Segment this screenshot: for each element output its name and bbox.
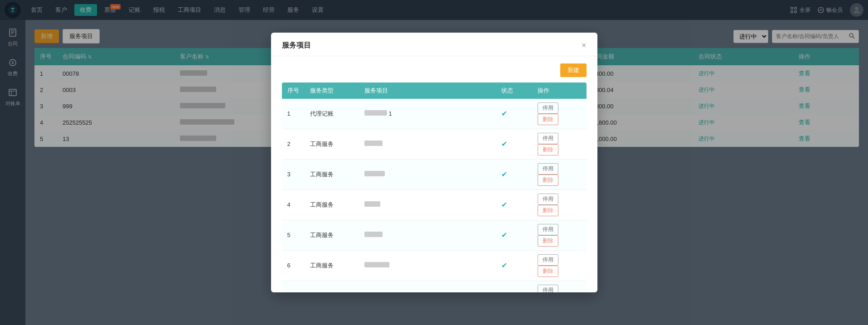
modal-cell-seq: 3 (282, 159, 305, 189)
modal-cell-item (359, 129, 496, 159)
modal-cell-type: 工商服务 (305, 129, 359, 159)
modal-cell-actions: 停用 删除 (532, 159, 587, 189)
status-check-icon: ✔ (501, 110, 507, 117)
status-check-icon: ✔ (501, 292, 507, 292)
status-check-icon: ✔ (501, 140, 507, 148)
modal-table-row: 4 工商服务 ✔ 停用 删除 (282, 189, 587, 220)
modal-col-seq: 序号 (282, 82, 305, 99)
modal-cell-type: 工商服务 (305, 220, 359, 250)
modal-col-action: 操作 (532, 82, 587, 99)
modal-cell-type: 代理记账 (305, 99, 359, 129)
status-check-icon: ✔ (501, 262, 507, 269)
modal-cell-status: ✔ (496, 99, 532, 129)
modal-cell-actions: 停用 删除 (532, 281, 587, 292)
modal-cell-seq: 2 (282, 129, 305, 159)
modal-col-status: 状态 (496, 82, 532, 99)
modal-header: 服务项目 × (271, 33, 597, 56)
modal-table-row: 6 工商服务 ✔ 停用 删除 (282, 250, 587, 281)
modal-toolbar: 新建 (282, 63, 587, 77)
modal-body: 新建 序号 服务类型 服务项目 状态 操作 (271, 56, 597, 293)
modal-cell-seq: 1 (282, 99, 305, 129)
modal-cell-actions: 停用 删除 (532, 99, 587, 129)
modal-cell-item (359, 189, 496, 220)
modal-cell-status: ✔ (496, 220, 532, 250)
modal-cell-status: ✔ (496, 281, 532, 292)
modal-cell-actions: 停用 删除 (532, 220, 587, 250)
modal-cell-seq: 7 (282, 281, 305, 292)
stop-button[interactable]: 停用 (538, 254, 558, 266)
modal-table-row: 7 工商服务 ✔ 停用 删除 (282, 281, 587, 292)
modal-cell-item (359, 250, 496, 281)
modal-col-type: 服务类型 (305, 82, 359, 99)
modal-cell-seq: 5 (282, 220, 305, 250)
modal-overlay[interactable]: 服务项目 × 新建 序号 服务类型 服务项目 状态 操作 (0, 0, 868, 325)
service-items-table: 序号 服务类型 服务项目 状态 操作 1 代理记账 1 ✔ 停用 删除 (282, 82, 587, 293)
modal-cell-type: 工商服务 (305, 189, 359, 220)
modal-title: 服务项目 (282, 41, 311, 50)
modal-cell-item (359, 159, 496, 189)
modal-cell-actions: 停用 删除 (532, 129, 587, 159)
modal-cell-status: ✔ (496, 189, 532, 220)
stop-button[interactable]: 停用 (538, 163, 558, 175)
modal-cell-seq: 4 (282, 189, 305, 220)
modal-cell-status: ✔ (496, 250, 532, 281)
modal-new-button[interactable]: 新建 (560, 63, 587, 77)
modal-cell-actions: 停用 删除 (532, 189, 587, 220)
modal-cell-status: ✔ (496, 159, 532, 189)
modal-col-item: 服务项目 (359, 82, 496, 99)
modal-cell-status: ✔ (496, 129, 532, 159)
delete-button[interactable]: 删除 (538, 175, 558, 186)
modal-cell-item (359, 281, 496, 292)
modal-cell-item: 1 (359, 99, 496, 129)
stop-button[interactable]: 停用 (538, 224, 558, 235)
modal-cell-item (359, 220, 496, 250)
modal-cell-type: 工商服务 (305, 281, 359, 292)
delete-button[interactable]: 删除 (538, 205, 558, 216)
delete-button[interactable]: 删除 (538, 266, 558, 277)
status-check-icon: ✔ (501, 231, 507, 239)
modal-table-row: 1 代理记账 1 ✔ 停用 删除 (282, 99, 587, 129)
modal-table-row: 5 工商服务 ✔ 停用 删除 (282, 220, 587, 250)
modal-table-row: 3 工商服务 ✔ 停用 删除 (282, 159, 587, 189)
modal-cell-seq: 6 (282, 250, 305, 281)
stop-button[interactable]: 停用 (538, 285, 558, 293)
stop-button[interactable]: 停用 (538, 102, 558, 114)
stop-button[interactable]: 停用 (538, 194, 558, 205)
modal-close-button[interactable]: × (582, 41, 587, 50)
status-check-icon: ✔ (501, 170, 507, 178)
stop-button[interactable]: 停用 (538, 133, 558, 144)
status-check-icon: ✔ (501, 201, 507, 209)
delete-button[interactable]: 删除 (538, 114, 558, 125)
modal-table-row: 2 工商服务 ✔ 停用 删除 (282, 129, 587, 159)
delete-button[interactable]: 删除 (538, 235, 558, 247)
modal-cell-type: 工商服务 (305, 250, 359, 281)
delete-button[interactable]: 删除 (538, 144, 558, 155)
service-items-modal: 服务项目 × 新建 序号 服务类型 服务项目 状态 操作 (271, 33, 597, 293)
modal-cell-actions: 停用 删除 (532, 250, 587, 281)
modal-cell-type: 工商服务 (305, 159, 359, 189)
